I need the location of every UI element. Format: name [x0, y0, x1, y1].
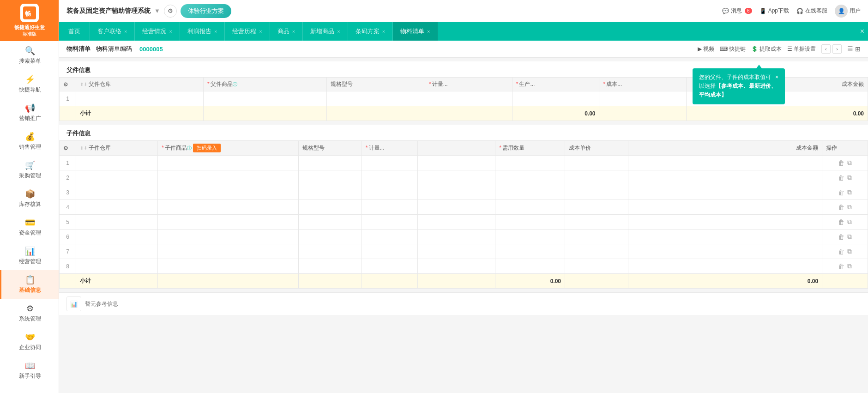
child-row-7-unit[interactable] [362, 244, 417, 259]
child-row-2-unit-cost[interactable] [565, 170, 628, 185]
parent-row-1-produce[interactable] [512, 91, 599, 106]
child-row-7-needed-qty[interactable] [495, 244, 565, 259]
dropdown-icon[interactable]: ▼ [154, 7, 160, 14]
child-row-4-unit[interactable] [362, 200, 417, 215]
child-row-1-unit-cost[interactable] [565, 156, 628, 170]
child-row-5-unit[interactable] [362, 215, 417, 230]
cost-action[interactable]: 💲 提取成本 [751, 45, 782, 53]
tab-new-product-close[interactable]: × [337, 29, 340, 34]
child-row-3-unit-cost[interactable] [565, 185, 628, 200]
parent-row-1-product[interactable] [204, 91, 327, 106]
delete-icon-4[interactable]: 🗑 [838, 204, 844, 211]
child-row-3-product[interactable] [158, 185, 299, 200]
child-row-2-product[interactable] [158, 170, 299, 185]
child-row-8-unit-cost[interactable] [565, 259, 628, 274]
sidebar-item-search[interactable]: 🔍 搜索菜单 [0, 41, 59, 70]
sidebar-item-marketing[interactable]: 📢 营销推广 [0, 98, 59, 127]
online-service-button[interactable]: 🎧 在线客服 [796, 7, 827, 15]
tab-barcode[interactable]: 条码方案 × [348, 22, 393, 41]
delete-icon-5[interactable]: 🗑 [838, 218, 844, 226]
copy-icon-3[interactable]: ⧉ [847, 188, 852, 196]
parent-row-1-spec[interactable] [327, 91, 425, 106]
parent-row-1-unit[interactable] [425, 91, 512, 106]
tab-profit[interactable]: 利润报告 × [180, 22, 225, 41]
child-row-5-spec[interactable] [299, 215, 362, 230]
child-row-6-spec[interactable] [299, 230, 362, 244]
tooltip-close-button[interactable]: × [775, 73, 778, 82]
sidebar-item-inventory[interactable]: 📦 库存核算 [0, 184, 59, 213]
sidebar-item-guide[interactable]: 📖 新手引导 [0, 356, 59, 385]
child-row-6-unit[interactable] [362, 230, 417, 244]
delete-icon-7[interactable]: 🗑 [838, 248, 844, 255]
child-row-4-unit-cost[interactable] [565, 200, 628, 215]
sidebar-item-finance[interactable]: 💳 资金管理 [0, 213, 59, 242]
copy-icon-8[interactable]: ⧉ [847, 262, 852, 270]
delete-icon-6[interactable]: 🗑 [838, 233, 844, 241]
child-row-7-warehouse[interactable] [76, 244, 158, 259]
child-row-2-needed-qty[interactable] [495, 170, 565, 185]
tab-home[interactable]: 首页 [59, 22, 90, 41]
child-row-5-product[interactable] [158, 215, 299, 230]
child-row-8-needed-qty[interactable] [495, 259, 565, 274]
bottom-icon[interactable]: 📊 [66, 296, 81, 311]
sidebar-item-operations[interactable]: 📊 经营管理 [0, 242, 59, 270]
child-row-3-needed-qty[interactable] [495, 185, 565, 200]
child-row-1-product[interactable] [158, 156, 299, 170]
sidebar-item-quick[interactable]: ⚡ 快捷导航 [0, 70, 59, 98]
trial-button[interactable]: 体验行业方案 [181, 4, 231, 18]
tab-profit-close[interactable]: × [214, 29, 217, 34]
child-row-5-unit-cost[interactable] [565, 215, 628, 230]
tab-product-close[interactable]: × [292, 29, 295, 34]
app-download-button[interactable]: 📱 App下载 [760, 7, 789, 15]
child-row-6-warehouse[interactable] [76, 230, 158, 244]
child-row-8-spec[interactable] [299, 259, 362, 274]
child-row-4-spec[interactable] [299, 200, 362, 215]
user-button[interactable]: 👤 用户 [835, 5, 861, 18]
delete-icon-2[interactable]: 🗑 [838, 174, 844, 181]
child-row-1-spec[interactable] [299, 156, 362, 170]
child-row-5-needed-qty[interactable] [495, 215, 565, 230]
sidebar-item-enterprise[interactable]: 🤝 企业协同 [0, 327, 59, 356]
tab-bom[interactable]: 物料清单 × [393, 22, 438, 41]
tab-customer[interactable]: 客户联络 × [90, 22, 135, 41]
tab-operations[interactable]: 经营情况 × [135, 22, 180, 41]
tab-new-product[interactable]: 新增商品 × [303, 22, 348, 41]
parent-row-1-cost[interactable] [599, 91, 687, 106]
child-row-3-warehouse[interactable] [76, 185, 158, 200]
tab-history[interactable]: 经营历程 × [225, 22, 270, 41]
child-row-2-warehouse[interactable] [76, 170, 158, 185]
settings-button[interactable]: ⚙ [164, 5, 177, 18]
sidebar-item-system[interactable]: ⚙ 系统管理 [0, 299, 59, 327]
tab-barcode-close[interactable]: × [382, 29, 385, 34]
child-row-3-spec[interactable] [299, 185, 362, 200]
arrow-prev[interactable]: ‹ [821, 44, 831, 54]
copy-icon-1[interactable]: ⧉ [847, 159, 852, 167]
child-row-6-needed-qty[interactable] [495, 230, 565, 244]
child-row-7-unit-cost[interactable] [565, 244, 628, 259]
child-row-2-unit[interactable] [362, 170, 417, 185]
child-row-8-warehouse[interactable] [76, 259, 158, 274]
child-row-8-unit[interactable] [362, 259, 417, 274]
child-row-4-warehouse[interactable] [76, 200, 158, 215]
delete-icon-3[interactable]: 🗑 [838, 189, 844, 196]
list-view-btn[interactable]: ☰ [847, 45, 853, 53]
child-row-1-warehouse[interactable] [76, 156, 158, 170]
copy-icon-2[interactable]: ⧉ [847, 174, 852, 181]
child-row-1-unit[interactable] [362, 156, 417, 170]
video-action[interactable]: ▶ 视频 [698, 45, 714, 53]
child-row-5-warehouse[interactable] [76, 215, 158, 230]
tab-operations-close[interactable]: × [169, 29, 172, 34]
tab-customer-close[interactable]: × [124, 29, 127, 34]
copy-icon-7[interactable]: ⧉ [847, 248, 852, 255]
tab-product[interactable]: 商品 × [270, 22, 303, 41]
child-row-7-product[interactable] [158, 244, 299, 259]
child-row-6-product[interactable] [158, 230, 299, 244]
child-row-3-unit[interactable] [362, 185, 417, 200]
child-row-4-needed-qty[interactable] [495, 200, 565, 215]
child-row-4-product[interactable] [158, 200, 299, 215]
tab-history-close[interactable]: × [259, 29, 262, 34]
scan-button[interactable]: 扫码录入 [193, 144, 221, 152]
delete-icon-8[interactable]: 🗑 [838, 263, 844, 270]
child-row-6-unit-cost[interactable] [565, 230, 628, 244]
copy-icon-4[interactable]: ⧉ [847, 203, 852, 211]
